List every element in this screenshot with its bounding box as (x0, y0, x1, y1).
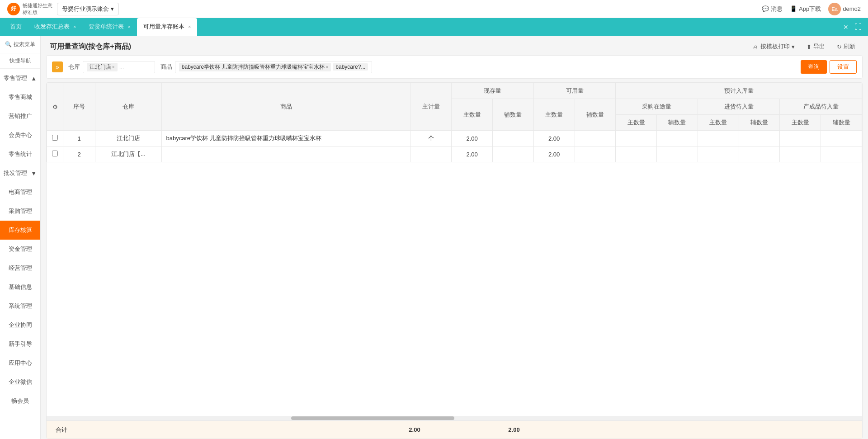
cell-main-unit (410, 146, 452, 162)
sidebar-item-app-center[interactable]: 应用中心 (0, 354, 40, 373)
gear-icon: ⚙ (52, 104, 58, 110)
export-btn[interactable]: ⬆ 导出 (803, 41, 829, 52)
cell-avail-aux (575, 131, 616, 146)
th-stock-main: 主数量 (452, 99, 493, 131)
product-tag-2: babycare?... (333, 63, 368, 71)
table-row: 2 江北门店【... 2.00 2.00 (47, 146, 862, 162)
th-inbound-pending: 进货待入量 (698, 99, 780, 115)
chevron-icon: ▼ (31, 170, 37, 177)
page-actions: 🖨 按模板打印 ▾ ⬆ 导出 ↻ 刷新 (749, 41, 859, 52)
close-all-tabs-btn[interactable]: × (840, 18, 852, 36)
th-product-aux: 辅数量 (821, 115, 862, 131)
sidebar-item-inventory[interactable]: 库存核算 (0, 221, 40, 240)
sidebar-search[interactable]: 🔍 搜索菜单 (0, 36, 40, 53)
cell-purchase-aux (657, 146, 698, 162)
print-btn[interactable]: 🖨 按模板打印 ▾ (749, 41, 798, 52)
cell-inbound-main (698, 146, 739, 162)
warehouse-tag-container[interactable]: 江北门店 × ... (83, 61, 155, 73)
product-tag-1-remove[interactable]: × (326, 65, 329, 70)
table-area: ⚙ 序号 仓库 商品 主计量 现存量 可用量 预计入库量 主数量 辅数量 主数量 (46, 82, 863, 439)
scrollbar-thumb (291, 416, 454, 420)
query-button[interactable]: 查询 (801, 60, 827, 74)
chevron-down-icon: ▾ (111, 5, 114, 12)
th-current-stock: 现存量 (452, 83, 534, 99)
refresh-btn[interactable]: ↻ 刷新 (833, 41, 859, 52)
sidebar-item-wholesale-mgmt[interactable]: 批发管理 ▼ (0, 164, 40, 183)
warehouse-tag: 江北门店 × (87, 63, 118, 71)
sidebar-item-operations[interactable]: 经营管理 (0, 259, 40, 278)
th-product-pending: 产成品待入量 (780, 99, 862, 115)
cell-stock-aux (492, 131, 533, 146)
filter-area: » 仓库 江北门店 × ... 商品 babycare学饮杯 儿童防摔防撞吸管杯… (46, 55, 863, 79)
sidebar-item-system[interactable]: 系统管理 (0, 297, 40, 316)
warehouse-more[interactable]: ... (119, 64, 124, 71)
sidebar-item-retail-mgmt[interactable]: 零售管理 ▲ (0, 69, 40, 88)
app-icon: 📱 (790, 5, 797, 12)
th-gear[interactable]: ⚙ (47, 83, 63, 131)
product-tag-container[interactable]: babycare学饮杯 儿童防摔防撞吸管杯重力球吸嘴杯宝宝水杯 × babyca… (175, 61, 373, 73)
th-avail-main: 主数量 (533, 99, 575, 131)
th-purchase-transit: 采购在途量 (616, 99, 698, 115)
th-product-main: 主数量 (780, 115, 821, 131)
sidebar-item-vip[interactable]: 畅会员 (0, 392, 40, 411)
cell-inbound-aux (739, 131, 780, 146)
setting-button[interactable]: 设置 (830, 60, 857, 74)
cell-avail-main: 2.00 (533, 146, 575, 162)
sidebar-item-marketing[interactable]: 营销推广 (0, 107, 40, 126)
sidebar-item-ecommerce[interactable]: 电商管理 (0, 183, 40, 202)
th-available: 可用量 (533, 83, 616, 99)
avatar: Ea (828, 3, 841, 15)
search-icon: 🔍 (5, 41, 12, 47)
th-product: 商品 (161, 83, 410, 131)
nav-tabs: 首页 收发存汇总表 × 要货单统计表 × 可用量库存账本 × × ⛶ (0, 18, 868, 36)
th-purchase-aux: 辅数量 (657, 115, 698, 131)
cell-stock-aux (492, 146, 533, 162)
tab-available[interactable]: 可用量库存账本 × (137, 18, 197, 36)
expand-icon[interactable]: ⛶ (852, 18, 864, 36)
th-purchase-main: 主数量 (616, 115, 657, 131)
top-bar-left: 好 畅捷通好生意 标准版 母婴行业演示账套 ▾ (7, 2, 119, 15)
sidebar-item-enterprise-wechat[interactable]: 企业微信 (0, 373, 40, 392)
tab-order[interactable]: 要货单统计表 × (82, 18, 137, 36)
summary-label: 合计 (51, 426, 123, 434)
cell-stock-main: 2.00 (452, 146, 493, 162)
expand-filter-btn[interactable]: » (52, 61, 63, 72)
product-tag-1: babycare学饮杯 儿童防摔防撞吸管杯重力球吸嘴杯宝宝水杯 × (179, 63, 331, 71)
sidebar-item-retail-stats[interactable]: 零售统计 (0, 145, 40, 164)
sidebar-item-basic[interactable]: 基础信息 (0, 278, 40, 297)
tab-receive[interactable]: 收发存汇总表 × (28, 18, 82, 36)
cell-checkbox[interactable] (47, 146, 63, 162)
scrollbar[interactable] (47, 416, 862, 420)
message-btn[interactable]: 💬 消息 (762, 5, 783, 13)
org-selector[interactable]: 母婴行业演示账套 ▾ (57, 3, 119, 15)
sidebar-item-newbie[interactable]: 新手引导 (0, 335, 40, 354)
page-title: 可用量查询(按仓库+商品) (50, 42, 131, 52)
logo-text: 畅捷通好生意 标准版 (23, 2, 52, 15)
user-area[interactable]: Ea demo2 (828, 3, 861, 15)
cell-product (161, 146, 410, 162)
content-area: 可用量查询(按仓库+商品) 🖨 按模板打印 ▾ ⬆ 导出 ↻ 刷新 » (41, 36, 868, 439)
cell-purchase-aux (657, 131, 698, 146)
print-icon: 🖨 (753, 43, 759, 50)
sidebar-item-member[interactable]: 会员中心 (0, 126, 40, 145)
tab-close-receive[interactable]: × (73, 24, 76, 29)
sidebar-item-purchase[interactable]: 采购管理 (0, 202, 40, 221)
cell-purchase-main (616, 131, 657, 146)
cell-checkbox[interactable] (47, 131, 63, 146)
tab-home[interactable]: 首页 (4, 18, 28, 36)
sidebar-item-retail-mall[interactable]: 零售商城 (0, 88, 40, 107)
top-bar-right: 💬 消息 📱 App下载 Ea demo2 (762, 3, 861, 15)
tab-close-order[interactable]: × (127, 24, 130, 29)
sidebar-item-enterprise[interactable]: 企业协同 (0, 316, 40, 335)
th-stock-aux: 辅数量 (492, 99, 533, 131)
cell-index: 2 (63, 146, 95, 162)
sidebar-item-finance[interactable]: 资金管理 (0, 240, 40, 259)
app-download-btn[interactable]: 📱 App下载 (790, 5, 821, 13)
tab-close-available[interactable]: × (188, 24, 191, 29)
sidebar-quick-nav[interactable]: 快捷导航 (0, 53, 40, 69)
cell-index: 1 (63, 131, 95, 146)
product-label: 商品 (160, 63, 172, 71)
warehouse-tag-remove[interactable]: × (112, 65, 115, 70)
th-planned-inbound: 预计入库量 (616, 83, 862, 99)
product-filter: 商品 babycare学饮杯 儿童防摔防撞吸管杯重力球吸嘴杯宝宝水杯 × bab… (160, 61, 373, 73)
